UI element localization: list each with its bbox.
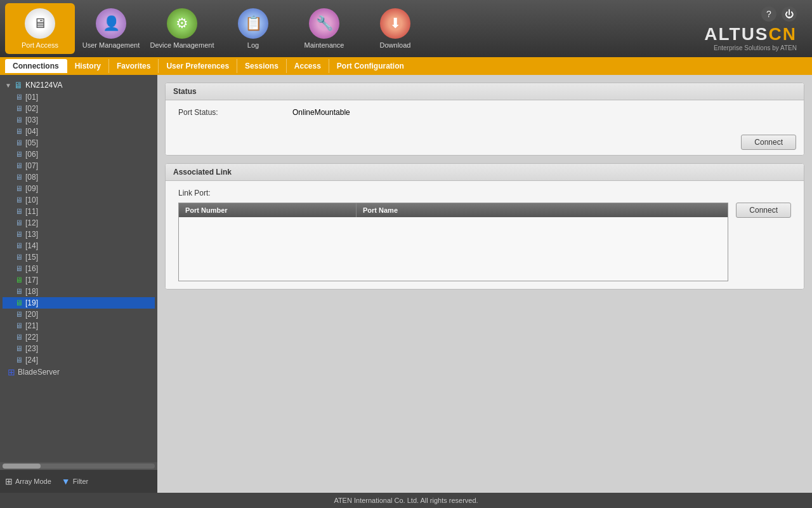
sec-tab-access[interactable]: Access (287, 59, 329, 73)
status-panel: Status Port Status: OnlineMountable Conn… (165, 83, 804, 156)
port-icon: 🖥 (15, 150, 23, 159)
sec-tab-history[interactable]: History (67, 59, 109, 73)
tree-item-12[interactable]: 🖥 [12] (3, 217, 155, 229)
footer-text: ATEN International Co. Ltd. All rights r… (334, 497, 478, 504)
port-label: [11] (25, 207, 38, 216)
tree-item-07[interactable]: 🖥 [07] (3, 160, 155, 171)
tree-item-16[interactable]: 🖥 [16] (3, 263, 155, 274)
port-label: [14] (25, 241, 38, 250)
tree-item-13[interactable]: 🖥 [13] (3, 229, 155, 240)
nav-item-port-access[interactable]: 🖥 Port Access (5, 3, 75, 54)
blade-icon: ⊞ (8, 367, 15, 377)
nav-item-log[interactable]: 📋 Log (218, 3, 288, 54)
tree-item-21[interactable]: 🖥 [21] (3, 320, 155, 331)
tree-item-01[interactable]: 🖥 [01] (3, 91, 155, 103)
nav-label-log: Log (247, 41, 259, 49)
filter-icon: ▼ (62, 476, 70, 486)
tree-item-11[interactable]: 🖥 [11] (3, 206, 155, 217)
port-icon: 🖥 (15, 218, 23, 227)
nav-label-maintenance: Maintenance (304, 41, 344, 49)
port-status-row: Port Status: OnlineMountable (178, 108, 791, 117)
tree-item-09[interactable]: 🖥 [09] (3, 183, 155, 194)
tree-item-04[interactable]: 🖥 [04] (3, 126, 155, 137)
port-label: [06] (25, 150, 38, 159)
filter-label: Filter (73, 478, 88, 485)
port-label: [03] (25, 116, 38, 124)
tree-item-17[interactable]: 🖥 [17] (3, 274, 155, 286)
tree-item-20[interactable]: 🖥 [20] (3, 309, 155, 320)
sec-tab-sessions[interactable]: Sessions (237, 59, 287, 73)
port-label: [12] (25, 218, 38, 227)
col-port-name: Port Name (357, 203, 728, 217)
port-label: [07] (25, 161, 38, 170)
status-connect-button[interactable]: Connect (741, 135, 796, 150)
assoc-connect-button[interactable]: Connect (736, 203, 791, 218)
assoc-link-panel: Associated Link Link Port: Port Number P… (165, 163, 804, 290)
assoc-panel-body: Link Port: Port Number Port Name Connect (166, 181, 804, 289)
tree-item-10[interactable]: 🖥 [10] (3, 194, 155, 206)
tree-item-19[interactable]: 🖥 [19] (3, 297, 155, 309)
tree-item-18[interactable]: 🖥 [18] (3, 286, 155, 297)
port-label: [19] (25, 298, 38, 307)
secondary-navigation: ConnectionsHistoryFavoritesUser Preferen… (0, 57, 812, 75)
root-label: KN2124VA (25, 81, 62, 90)
port-icon: 🖥 (15, 287, 23, 296)
port-label: [18] (25, 287, 38, 296)
port-icon: 🖥 (15, 310, 23, 319)
assoc-table-area: Port Number Port Name (178, 203, 728, 281)
tree-item-03[interactable]: 🖥 [03] (3, 114, 155, 126)
port-icon: 🖥 (15, 173, 23, 182)
nav-item-device-management[interactable]: ⚙ Device Management (147, 3, 217, 54)
nav-item-user-management[interactable]: 👤 User Management (76, 3, 146, 54)
link-port-label: Link Port: (178, 189, 791, 197)
status-panel-body: Port Status: OnlineMountable (166, 100, 804, 130)
tree-item-24[interactable]: 🖥 [24] (3, 354, 155, 366)
sec-tab-favorites[interactable]: Favorites (109, 59, 159, 73)
sec-tab-user-preferences[interactable]: User Preferences (159, 59, 237, 73)
tree-root[interactable]: ▼ 🖥 KN2124VA (3, 79, 155, 91)
tree-item-05[interactable]: 🖥 [05] (3, 137, 155, 149)
header-icons: ? ⏻ (761, 6, 797, 22)
port-icon: 🖥 (15, 253, 23, 262)
scroll-thumb[interactable] (3, 464, 41, 469)
tree-item-06[interactable]: 🖥 [06] (3, 149, 155, 160)
port-icon: 🖥 (15, 321, 23, 330)
port-label: [21] (25, 321, 38, 330)
nav-item-maintenance[interactable]: 🔧 Maintenance (289, 3, 359, 54)
port-label: [23] (25, 344, 38, 353)
tree-item-08[interactable]: 🖥 [08] (3, 171, 155, 183)
help-icon[interactable]: ? (761, 6, 776, 22)
port-icon: 🖥 (15, 138, 23, 147)
power-icon[interactable]: ⏻ (782, 6, 797, 22)
logo-text: ALTUSCN (704, 24, 797, 44)
nav-item-download[interactable]: ⬇ Download (360, 3, 430, 54)
logo-area: ? ⏻ ALTUSCN Enterprise Solutions by ATEN (704, 6, 807, 51)
port-label: [01] (25, 93, 38, 102)
port-icon: 🖥 (15, 104, 23, 113)
array-mode-button[interactable]: ⊞ Array Mode (5, 476, 51, 486)
table-body[interactable] (179, 217, 728, 281)
port-icon: 🖥 (15, 196, 23, 204)
sec-tab-port-configuration[interactable]: Port Configuration (329, 59, 412, 73)
port-icon: 🖥 (15, 93, 23, 102)
nav-icon-maintenance: 🔧 (309, 8, 339, 39)
port-status-value: OnlineMountable (292, 108, 350, 117)
port-icon: 🖥 (15, 356, 23, 364)
tree-item-14[interactable]: 🖥 [14] (3, 240, 155, 251)
tree-item-02[interactable]: 🖥 [02] (3, 103, 155, 114)
nav-label-download: Download (380, 41, 411, 49)
port-icon: 🖥 (15, 344, 23, 353)
port-label: [09] (25, 184, 38, 193)
blade-label: BladeServer (18, 368, 60, 377)
tree-area[interactable]: ▼ 🖥 KN2124VA 🖥 [01] 🖥 [02] 🖥 [03] 🖥 [04]… (0, 75, 157, 462)
horizontal-scrollbar[interactable] (0, 462, 157, 470)
tree-item-22[interactable]: 🖥 [22] (3, 331, 155, 343)
tree-blade-server[interactable]: ⊞ BladeServer (3, 366, 155, 378)
tree-item-23[interactable]: 🖥 [23] (3, 343, 155, 354)
nav-icon-user-management: 👤 (96, 8, 126, 39)
nav-icon-device-management: ⚙ (167, 8, 197, 39)
tree-item-15[interactable]: 🖥 [15] (3, 251, 155, 263)
sec-tab-connections[interactable]: Connections (5, 59, 67, 73)
footer: ATEN International Co. Ltd. All rights r… (0, 493, 812, 508)
filter-button[interactable]: ▼ Filter (62, 476, 88, 486)
